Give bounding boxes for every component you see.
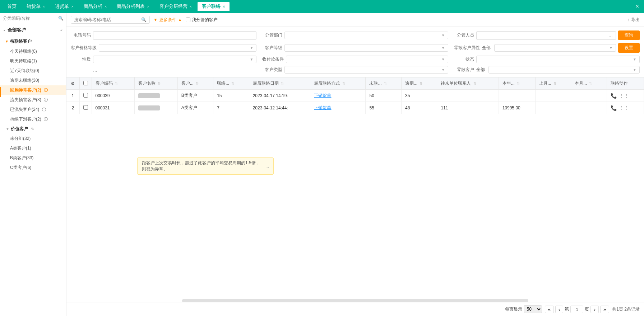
row1-phone-icon[interactable]: 📞 [611,93,617,99]
close-customer-contact-tab[interactable]: × [223,4,225,9]
col-last-month-label: 上月... [539,81,551,86]
horizontal-scrollbar[interactable] [66,298,644,302]
repurchase-anomaly-info-icon[interactable]: ⓘ [44,88,48,92]
export-btn[interactable]: ↑ 导出 [627,17,640,23]
sidebar-week-pending[interactable]: 近7天待联络(0) [0,66,66,76]
row2-method-link[interactable]: 下销货单 [314,105,331,110]
last-page-btn[interactable]: » [600,306,609,313]
all-customers-section[interactable]: ▪ 全部客户 « [0,24,66,36]
first-page-btn[interactable]: « [545,306,554,313]
search-icon[interactable]: 🔍 [141,17,147,22]
sidebar-tomorrow-pending[interactable]: 明天待联络(1) [0,56,66,66]
customer-level-down-icon: ▼ [441,46,445,50]
sidebar-today-pending[interactable]: 今天待联络(0) [0,47,66,56]
row1-method-link[interactable]: 下销货单 [314,93,331,98]
sidebar-overdue-pending[interactable]: 逾期未联络(30) [0,76,66,85]
query-btn[interactable]: 查询 [618,30,640,40]
sidebar-b-class[interactable]: B类客户(33) [0,153,66,163]
col-type-header[interactable]: 客户... ⇅ [177,77,213,90]
filter-phone-input[interactable] [93,31,256,40]
row2-last-method[interactable]: 下销货单 [310,102,366,114]
sidebar-search-input[interactable] [3,16,57,21]
filter-customer-type-select[interactable]: ▼ [284,66,448,74]
row2-overdue: 48 [401,102,437,114]
phone-input-field[interactable] [96,33,253,38]
tooltip-more-icon[interactable]: ... [265,164,269,169]
value-group-arrow[interactable]: ▼ [6,127,9,131]
tab-analysis[interactable]: 商品分析 × [79,2,111,11]
close-purchase-tab[interactable]: × [71,4,73,9]
page-input[interactable] [570,306,583,313]
col-overdue-header[interactable]: 逾期... ⇅ [401,77,437,90]
filter-retail-attr-select[interactable]: ▼ [494,44,616,52]
col-name-header[interactable]: 客户名称 ⇅ [135,77,178,90]
tab-customer-contact[interactable]: 客户联络 × [198,2,229,11]
filter-more-btn[interactable]: ▼ 更多条件 ▲ [153,17,182,23]
row1-check[interactable] [83,93,88,98]
filter-dept-select[interactable]: ▼ [284,32,448,39]
col-contact-header[interactable]: 联络... ⇅ [213,77,249,90]
filter-price-level-select[interactable]: ▼ [99,44,256,52]
filter-status-select[interactable]: ▼ [476,56,640,63]
col-code-header[interactable]: 客户编码 ⇅ [92,77,135,90]
my-customer-checkbox[interactable] [186,18,190,22]
lost-preview-info-icon[interactable]: ⓘ [44,98,48,102]
col-pending-header[interactable]: 未联... ⇅ [366,77,402,90]
sidebar-lost-preview[interactable]: 流失预警客户(3) ⓘ [0,95,66,105]
sidebar-collapse-btn[interactable]: « [60,28,62,32]
filter-manager-select[interactable]: … [476,31,616,40]
value-group-edit-icon[interactable]: ✎ [31,127,34,132]
close-window-btn[interactable]: × [634,3,641,10]
col-last-month-header[interactable]: 上月... ⇅ [535,77,571,90]
close-sales-tab[interactable]: × [43,4,45,9]
pending-group[interactable]: ▼ 待联络客户 [0,36,66,47]
sidebar-repurchase-anomaly[interactable]: 回购异常客户(2) ⓘ [0,85,66,95]
search-input[interactable] [74,17,140,22]
col-overdue-sort-icon: ⇅ [420,81,422,85]
prev-page-btn[interactable]: ‹ [555,306,563,313]
col-last-date-header[interactable]: 最后联络日期 ⇅ [249,77,310,90]
sidebar-already-lost[interactable]: 已流失客户(24) ⓘ [0,105,66,114]
close-customer-tier-tab[interactable]: × [190,4,192,9]
col-settings[interactable]: ⚙ [66,77,79,90]
tab-analysis-list[interactable]: 商品分析列表 × [112,2,153,11]
sidebar-c-class[interactable]: C类客户(6) [0,163,66,173]
sidebar-ungroup[interactable]: 未分组(32) [0,134,66,143]
tab-home[interactable]: 首页 [3,2,21,11]
row1-checkbox[interactable] [79,90,92,102]
col-last-method-header[interactable]: 最后联络方式 ⇅ [310,77,366,90]
col-checkbox[interactable] [79,77,92,90]
row2-more-icon[interactable]: ⋮⋮ [619,105,629,111]
filter-more-dots[interactable]: ... [93,67,97,73]
filter-customer-level-select[interactable]: ▼ [284,44,448,52]
filter-gender-select[interactable]: ▼ [93,56,256,63]
tab-purchase[interactable]: 进货单 × [51,2,78,11]
close-analysis-list-tab[interactable]: × [147,4,149,9]
my-customer-checkbox-wrap[interactable]: 我分管的客户 [186,17,218,23]
col-last-date-label: 最后联络日期 [253,81,279,86]
sidebar-search-icon[interactable]: 🔍 [58,16,64,21]
already-lost-info-icon[interactable]: ⓘ [42,107,46,112]
sidebar-keep-dropping[interactable]: 持续下滑客户(2) ⓘ [0,114,66,124]
col-unit-contact-header[interactable]: 往来单位联系人 ⇅ [437,77,499,90]
row2-checkbox[interactable] [79,102,92,114]
settings-btn[interactable]: 设置 [618,43,640,53]
keep-dropping-info-icon[interactable]: ⓘ [44,117,48,121]
select-all-checkbox[interactable] [83,81,88,85]
sidebar-a-class[interactable]: A类客户(1) [0,143,66,153]
page-size-select-wrap: 每页显示 20 50 100 [505,305,542,313]
row1-last-method[interactable]: 下销货单 [310,90,366,102]
per-page-select[interactable]: 20 50 100 [524,305,542,313]
tab-customer-tier[interactable]: 客户分层经营 × [155,2,196,11]
tab-sales[interactable]: 销货单 × [22,2,49,11]
col-this-month-header[interactable]: 本月... ⇅ [571,77,607,90]
col-this-year-header[interactable]: 本年... ⇅ [499,77,535,90]
row2-phone-icon[interactable]: 📞 [611,105,617,111]
filter-retail-customer-select[interactable]: ▼ [488,66,640,74]
table-settings-icon[interactable]: ⚙ [71,81,75,86]
next-page-btn[interactable]: › [590,306,598,313]
row1-more-icon[interactable]: ⋮⋮ [619,93,629,99]
filter-payment-select[interactable]: ▼ [286,56,448,63]
close-analysis-tab[interactable]: × [105,4,107,9]
row2-check[interactable] [83,105,88,110]
